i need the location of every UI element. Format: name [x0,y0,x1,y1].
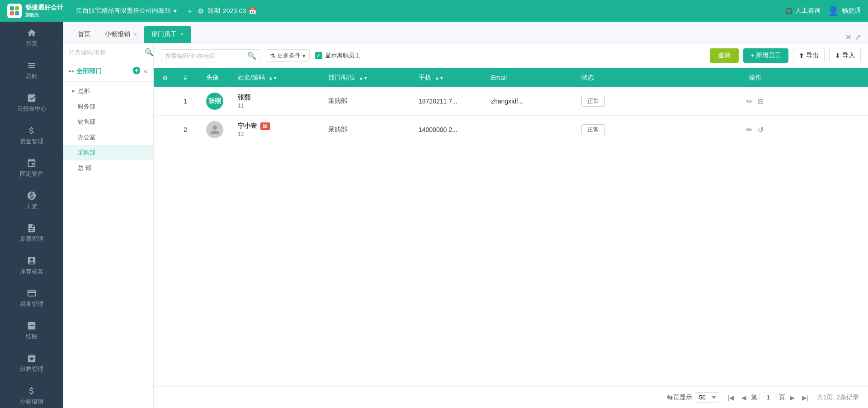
company-selector[interactable]: 江西服宝精品有限责任公司内账张 ▾ [76,7,177,15]
show-resigned-area: ✓ 显示离职员工 [315,52,360,60]
dept-all-label: 全部部门 [76,67,129,75]
settings-icon[interactable]: ⚙ [198,7,204,15]
sidebar-item-expense[interactable]: 小畅报销 [0,380,63,408]
filter-dropdown-icon: ▾ [302,52,306,59]
prev-page-btn[interactable]: ◀ [739,393,749,402]
dept-search-icon[interactable]: 🔍 [145,48,154,56]
user-area[interactable]: 👤 畅捷通 [828,5,861,16]
sidebar-label-archive: 归档管理 [20,365,43,373]
phone-sort-icon: ▲▼ [435,75,444,80]
user-name: 畅捷通 [842,7,861,15]
dept-search-input[interactable] [69,49,145,56]
dept-node-general[interactable]: 总 部 [63,160,153,176]
sidebar-label-inventory: 库存核算 [20,267,43,276]
per-page-label: 每页显示 [667,394,692,402]
app-name: 畅捷通好会计 [25,4,63,12]
sidebar-item-salary[interactable]: 工资 [0,184,63,217]
add-employee-button[interactable]: + 新增员工 [743,48,788,63]
invite-button[interactable]: 邀请 [710,48,739,63]
sidebar-label-tax: 税务管理 [20,300,43,308]
row1-actions: ✏ ⊟ [642,87,868,116]
th-dept[interactable]: 部门/职位 ▲▼ [321,68,411,87]
emp-search-input[interactable] [165,52,245,59]
dept-node-headquarters[interactable]: ▼ 总部 [63,84,153,99]
sidebar-item-tax[interactable]: 税务管理 [0,282,63,314]
sidebar-item-asset[interactable]: 固定资产 [0,152,63,184]
th-phone[interactable]: 手机 ▲▼ [411,68,484,87]
tab-department-label: 部门员工 [151,30,177,38]
sidebar-item-invoice[interactable]: 发票管理 [0,217,63,249]
dept-add-btn[interactable] [132,66,141,77]
sidebar-item-home[interactable]: 首页 [0,22,63,54]
dept-collapse-btn[interactable]: « [144,67,148,75]
row2-name: 宁小壹 应 12 [231,116,321,144]
window-close-btn[interactable]: ✕ [845,34,851,41]
sidebar-item-report[interactable]: 云报表中心 [0,87,63,119]
page-text2: 页 [779,394,785,402]
sidebar-label-invoice: 发票管理 [20,235,43,243]
tab-department[interactable]: 部门员工 × [144,26,191,43]
first-page-btn[interactable]: |◀ [725,393,737,402]
row2-refresh-icon[interactable]: ↺ [758,126,764,134]
dept-node-sales[interactable]: 销售部 [63,114,153,130]
page-text: 第 [751,394,757,402]
sidebar-item-archive[interactable]: 归档管理 [0,347,63,380]
page-num-input[interactable] [759,393,777,402]
sidebar-label-home: 首页 [26,40,38,48]
dept-node-purchasing[interactable]: 采购部 [63,145,153,160]
tab-department-close[interactable]: × [180,31,184,38]
emp-search-box: 🔍 [161,49,260,62]
sidebar: 首页 总账 云报表中心 资金管理 固定资产 工资 发票管理 库存核算 [0,22,63,408]
tab-expense[interactable]: 小畅报销 × [98,26,144,43]
calendar-icon[interactable]: 📅 [249,7,256,14]
add-btn[interactable]: ＋ [186,5,194,16]
dept-node-office[interactable]: 办公室 [63,130,153,145]
show-resigned-checkbox[interactable]: ✓ [315,52,322,59]
page-size-select[interactable]: 10 20 50 100 [695,392,719,403]
row2-email [484,116,574,144]
export-button[interactable]: ⬆ 导出 [793,48,825,63]
import-button[interactable]: ⬇ 导入 [829,48,861,63]
dept-search-area: 🔍 [63,43,153,61]
sidebar-item-ledger[interactable]: 总账 [0,54,63,87]
svg-rect-2 [10,11,14,15]
service-button[interactable]: 🎧 人工咨询 [785,7,821,15]
row1-edit-icon[interactable]: ✏ [746,97,752,106]
sidebar-item-closeaccount[interactable]: 结账 [0,314,63,347]
th-settings[interactable]: ⚙ [154,68,176,87]
row2-actions: ✏ ↺ [642,116,868,144]
avatar-ningxiaoyi [206,121,223,138]
svg-rect-0 [10,6,14,10]
th-name[interactable]: 姓名/编码 ▲▼ [231,68,321,87]
sidebar-item-fund[interactable]: 资金管理 [0,119,63,152]
row2-status: 正常 [574,116,642,144]
app-logo-icon [7,4,22,18]
page-nav: |◀ ◀ 第 页 ▶ ▶| [725,393,811,402]
row1-status: 正常 [574,87,642,116]
row1-name: 张熙 11 [231,87,321,116]
filter-btn[interactable]: ⚗ 更多条件 ▾ [266,49,310,62]
emp-search-icon[interactable]: 🔍 [247,52,256,60]
dept-panel: 🔍 ▪▪ 全部部门 « ▼ 总部 财务部 销售部 [63,43,154,408]
emp-toolbar: 🔍 ⚗ 更多条件 ▾ ✓ 显示离职员工 邀请 [154,43,868,68]
row2-settings [154,116,176,144]
import-label: 导入 [842,52,855,60]
headset-icon: 🎧 [785,7,793,14]
employee-table: ⚙ # 头像 姓名/编码 ▲▼ 部门/职位 ▲▼ [154,68,868,144]
tab-expense-close[interactable]: × [134,31,137,38]
content-area: 首页 小畅报销 × 部门员工 × ✕ ⤢ 🔍 [63,22,868,408]
next-page-btn[interactable]: ▶ [787,393,797,402]
last-page-btn[interactable]: ▶| [799,393,811,402]
row1-more-icon[interactable]: ⊟ [758,97,764,106]
sidebar-item-inventory[interactable]: 库存核算 [0,249,63,282]
tab-home-label: 首页 [78,30,90,38]
window-maximize-btn[interactable]: ⤢ [855,34,861,41]
row2-phone: 14000000 2... [411,116,484,144]
dept-tree: ▼ 总部 财务部 销售部 办公室 采购部 总 部 [63,82,153,408]
sidebar-label-salary: 工资 [26,202,38,211]
dept-node-finance[interactable]: 财务部 [63,99,153,114]
tab-home[interactable]: 首页 [71,26,98,43]
import-icon: ⬇ [835,52,840,59]
row2-edit-icon[interactable]: ✏ [746,126,752,134]
header-right: 🎧 人工咨询 👤 畅捷通 [785,5,861,16]
